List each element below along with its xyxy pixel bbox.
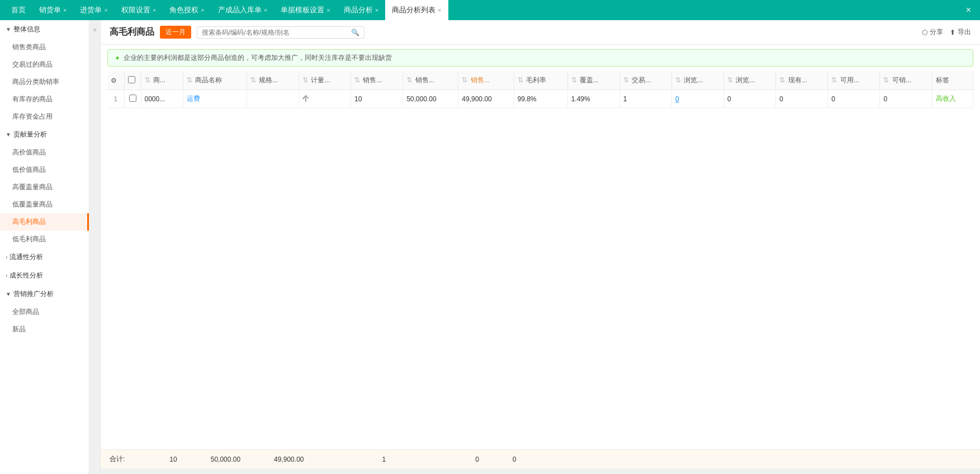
sidebar-group-marketing[interactable]: ▼ 营销推广分析 — [0, 285, 89, 303]
cell-sales-qty: 10 — [351, 90, 403, 108]
nav-permission[interactable]: 权限设置 × — [115, 0, 163, 20]
footer-sales-qty: 10 — [169, 456, 177, 463]
search-box: 🔍 — [197, 26, 364, 39]
col-views1[interactable]: ⇅ 浏览... — [671, 71, 723, 90]
info-icon: ✦ — [115, 54, 120, 62]
sidebar-item-high-value[interactable]: 高价值商品 — [0, 144, 89, 161]
nav-close-permission[interactable]: × — [153, 7, 156, 13]
cell-gross-margin: 99.8% — [514, 90, 567, 108]
cell-transactions: 1 — [619, 90, 671, 108]
col-coverage[interactable]: ⇅ 覆盖... — [567, 71, 619, 90]
col-spec[interactable]: ⇅ 规格... — [247, 71, 299, 90]
header-actions: ⬡ 分享 ⬆ 导出 — [922, 27, 971, 37]
cell-num: 1 — [107, 90, 124, 108]
cell-views1[interactable]: 0 — [671, 90, 723, 108]
col-gross-margin[interactable]: ⇅ 毛利率 — [514, 71, 567, 90]
nav-product-entry[interactable]: 产成品入库单 × — [211, 0, 274, 20]
table-wrapper: ⚙ ⇅ 商... ⇅ 商品名称 — [101, 71, 980, 449]
col-unit[interactable]: ⇅ 计量... — [299, 71, 351, 90]
sidebar-group-growth[interactable]: › 成长性分析 — [0, 266, 89, 285]
collapse-arrow-growth: › — [6, 273, 7, 279]
footer-transactions: 1 — [382, 456, 386, 463]
col-checkbox — [124, 71, 141, 90]
sidebar-item-low-value[interactable]: 低价值商品 — [0, 161, 89, 179]
export-icon: ⬆ — [950, 29, 955, 36]
nav-close-role[interactable]: × — [201, 7, 204, 13]
nav-role-auth[interactable]: 角色授权 × — [163, 0, 211, 20]
sidebar-group-liquidity[interactable]: › 流通性分析 — [0, 248, 89, 266]
top-nav: 首页 销货单 × 进货单 × 权限设置 × 角色授权 × 产成品入库单 × 单据… — [0, 0, 980, 20]
nav-purchase-order[interactable]: 进货单 × — [73, 0, 114, 20]
nav-close-list[interactable]: × — [438, 7, 441, 13]
nav-template[interactable]: 单据模板设置 × — [274, 0, 337, 20]
sidebar-group-overall[interactable]: ▼ 整体信息 — [0, 20, 89, 39]
table-footer: 合计: 10 50,000.00 49,900.00 1 0 0 — [101, 449, 980, 468]
content-area: 高毛利商品 近一月 🔍 ⬡ 分享 ⬆ 导出 — [101, 20, 980, 474]
col-settings[interactable]: ⚙ — [107, 71, 124, 90]
table-row: 1 0000... 运费 个 10 50,000.00 49,900.00 99… — [107, 90, 973, 108]
close-all-button[interactable]: × — [962, 5, 976, 15]
col-sales-amount[interactable]: ⇅ 销售... — [403, 71, 458, 90]
cell-code: 0000... — [141, 90, 183, 108]
select-all-checkbox[interactable] — [128, 76, 135, 83]
footer-sales-cost: 49,900.00 — [274, 456, 304, 463]
col-views2[interactable]: ⇅ 浏览... — [724, 71, 776, 90]
cell-sellable-stock: 0 — [880, 90, 932, 108]
col-name[interactable]: ⇅ 商品名称 — [183, 71, 247, 90]
sidebar-item-traded-goods[interactable]: 交易过的商品 — [0, 56, 89, 73]
nav-product-analysis-list[interactable]: 商品分析列表 × — [385, 0, 448, 20]
filter-recent-month-button[interactable]: 近一月 — [160, 26, 191, 39]
cell-name[interactable]: 运费 — [183, 90, 247, 108]
collapse-arrow-overall: ▼ — [6, 26, 11, 32]
search-input[interactable] — [202, 29, 351, 36]
sidebar-item-low-coverage[interactable]: 低覆盖量商品 — [0, 196, 89, 213]
col-available-stock[interactable]: ⇅ 可用... — [828, 71, 880, 90]
sidebar-item-stock-goods[interactable]: 有库存的商品 — [0, 91, 89, 108]
horizontal-scrollbar[interactable] — [101, 468, 980, 474]
share-icon: ⬡ — [922, 29, 927, 36]
table-header-row: ⚙ ⇅ 商... ⇅ 商品名称 — [107, 71, 973, 90]
col-current-stock[interactable]: ⇅ 现有... — [776, 71, 828, 90]
nav-close-product-entry[interactable]: × — [264, 7, 267, 13]
info-banner: ✦ 企业的主要的利润都是这部分商品创造的，可考虑加大推广，同时关注库存是不要出现… — [107, 49, 973, 67]
sidebar-item-high-margin[interactable]: 高毛利商品 — [0, 213, 89, 231]
nav-close-product-analysis[interactable]: × — [375, 7, 378, 13]
nav-product-analysis[interactable]: 商品分析 × — [337, 0, 385, 20]
cell-available-stock: 0 — [828, 90, 880, 108]
sidebar-item-new-goods[interactable]: 新品 — [0, 321, 89, 338]
cell-spec — [247, 90, 299, 108]
col-transactions[interactable]: ⇅ 交易... — [619, 71, 671, 90]
footer-current-stock: 0 — [475, 456, 479, 463]
cell-unit: 个 — [299, 90, 351, 108]
nav-close-purchase[interactable]: × — [104, 7, 107, 13]
cell-checkbox[interactable] — [124, 90, 141, 108]
nav-sales-order[interactable]: 销货单 × — [32, 0, 73, 20]
col-sales-qty[interactable]: ⇅ 销售... — [351, 71, 403, 90]
info-text: 企业的主要的利润都是这部分商品创造的，可考虑加大推广，同时关注库存是不要出现缺货 — [124, 53, 392, 63]
footer-values: 10 50,000.00 49,900.00 1 0 0 — [169, 456, 516, 463]
footer-available-stock: 0 — [513, 456, 517, 463]
cell-coverage: 1.49% — [567, 90, 619, 108]
nav-close-template[interactable]: × — [326, 7, 330, 13]
sidebar-item-inventory-capital[interactable]: 库存资金占用 — [0, 108, 89, 125]
cell-tag: 高收入 — [932, 90, 973, 108]
sidebar-item-category-rate[interactable]: 商品分类助销率 — [0, 73, 89, 91]
cell-sales-amount: 50,000.00 — [403, 90, 458, 108]
sidebar-item-sales-goods[interactable]: 销售类商品 — [0, 39, 89, 56]
export-button[interactable]: ⬆ 导出 — [950, 27, 971, 37]
col-sales-cost[interactable]: ⇅ 销售... — [458, 71, 514, 90]
collapse-arrow-marketing: ▼ — [6, 291, 11, 297]
content-header: 高毛利商品 近一月 🔍 ⬡ 分享 ⬆ 导出 — [101, 20, 980, 45]
nav-home[interactable]: 首页 — [4, 0, 32, 20]
col-code[interactable]: ⇅ 商... — [141, 71, 183, 90]
sidebar-item-low-margin[interactable]: 低毛利商品 — [0, 231, 89, 248]
share-button[interactable]: ⬡ 分享 — [922, 27, 943, 37]
search-icon[interactable]: 🔍 — [351, 29, 359, 36]
sidebar-item-high-coverage[interactable]: 高覆盖量商品 — [0, 179, 89, 196]
sidebar-collapse-button[interactable]: « — [89, 20, 101, 474]
sidebar-item-all-goods[interactable]: 全部商品 — [0, 303, 89, 321]
col-tag[interactable]: 标签 — [932, 71, 973, 90]
sidebar-group-contribution[interactable]: ▼ 贡献量分析 — [0, 125, 89, 144]
nav-close-sales-order[interactable]: × — [63, 7, 67, 13]
col-sellable-stock[interactable]: ⇅ 可销... — [880, 71, 932, 90]
